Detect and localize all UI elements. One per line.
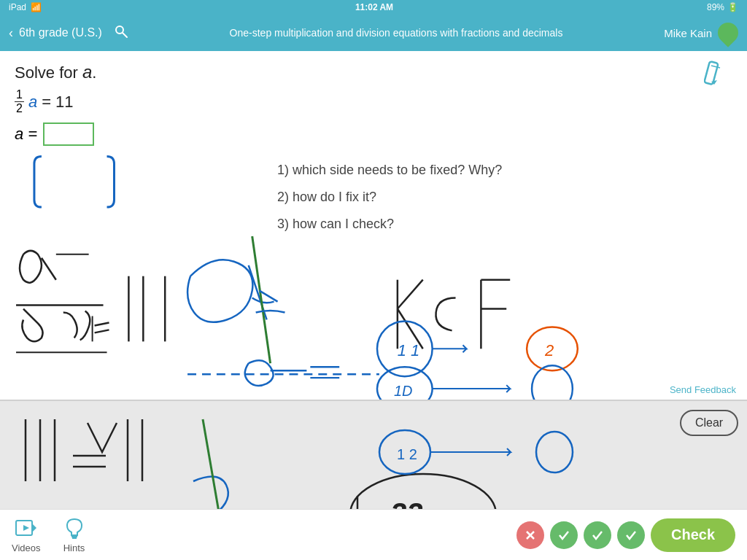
leaf-icon xyxy=(713,18,743,47)
svg-text:1 2: 1 2 xyxy=(397,446,417,462)
grade-label: 6th grade (U.S.) xyxy=(19,26,102,39)
wifi-icon: 📶 xyxy=(31,2,42,12)
problem-area: Solve for a. 1 2 a = 11 a = xyxy=(15,62,96,146)
fraction-numerator: 1 xyxy=(15,88,24,102)
hints-icon xyxy=(63,516,86,540)
fraction-denominator: 2 xyxy=(15,102,24,115)
svg-point-32 xyxy=(379,430,430,474)
solve-variable: a xyxy=(82,62,92,82)
question-2: 2) how do I fix it? xyxy=(277,187,502,207)
question-1: 1) which side needs to be fixed? Why? xyxy=(277,160,502,180)
svg-point-15 xyxy=(377,367,433,400)
bottom-tools: Videos Hints xyxy=(12,516,86,553)
videos-label: Videos xyxy=(12,542,41,553)
videos-icon xyxy=(15,516,38,540)
hints-label: Hints xyxy=(63,542,85,553)
nav-bar: ‹ 6th grade (U.S.) One-step multiplicati… xyxy=(0,15,747,51)
search-icon[interactable] xyxy=(114,24,128,42)
answer-box[interactable] xyxy=(43,122,94,146)
clear-button[interactable]: Clear xyxy=(680,410,738,436)
user-area: Mike Kain xyxy=(664,23,738,43)
status-right: 89% 🔋 xyxy=(707,2,738,12)
back-chevron-icon: ‹ xyxy=(9,26,13,41)
svg-line-1 xyxy=(123,33,127,37)
svg-point-13 xyxy=(377,321,433,376)
svg-point-34 xyxy=(536,432,573,472)
equation-variable: a xyxy=(28,93,37,112)
svg-line-4 xyxy=(711,66,720,68)
svg-line-8 xyxy=(252,236,271,363)
svg-text:1D: 1D xyxy=(394,383,412,399)
svg-marker-42 xyxy=(23,525,29,531)
check-button[interactable]: Check xyxy=(651,518,735,552)
battery-icon: 🔋 xyxy=(727,2,738,12)
check-circle-2 xyxy=(584,521,611,549)
check-circle-x xyxy=(516,521,544,549)
main-content: Solve for a. 1 2 a = 11 a = 1) which sid… xyxy=(0,51,747,509)
hints-tool[interactable]: Hints xyxy=(63,516,86,553)
eq-sign: = xyxy=(42,93,51,112)
eq-value: 11 xyxy=(55,93,73,112)
status-left: iPad 📶 xyxy=(9,2,42,12)
solve-prefix: Solve for xyxy=(15,63,82,82)
pencil-button[interactable] xyxy=(704,58,736,90)
send-feedback-link[interactable]: Send Feedback xyxy=(670,384,736,395)
questions-area: 1) which side needs to be fixed? Why? 2)… xyxy=(277,160,502,241)
equation-row: 1 2 a = 11 xyxy=(15,88,96,115)
status-bar: iPad 📶 11:02 AM 89% 🔋 xyxy=(0,0,747,15)
svg-point-17 xyxy=(527,327,578,370)
svg-point-19 xyxy=(532,365,573,400)
svg-text:1 1: 1 1 xyxy=(398,341,419,359)
upper-area: Solve for a. 1 2 a = 11 a = 1) which sid… xyxy=(0,51,747,401)
check-circle-3 xyxy=(617,521,645,549)
check-circle-1 xyxy=(550,521,578,549)
solve-text: Solve for a. xyxy=(15,62,96,82)
back-button[interactable]: ‹ 6th grade (U.S.) xyxy=(9,24,128,42)
check-area: Check xyxy=(516,518,735,552)
status-time: 11:02 AM xyxy=(355,2,393,12)
solve-suffix: . xyxy=(92,63,96,82)
ipad-label: iPad xyxy=(9,2,26,12)
fraction: 1 2 xyxy=(15,88,24,115)
bottom-bar: Videos Hints Check xyxy=(0,509,747,560)
videos-tool[interactable]: Videos xyxy=(12,516,41,553)
lesson-title: One-step multiplication and division equ… xyxy=(230,27,563,39)
battery-label: 89% xyxy=(707,2,724,12)
answer-var-label: a = xyxy=(15,125,37,144)
question-3: 3) how can I check? xyxy=(277,214,502,234)
user-name: Mike Kain xyxy=(664,27,712,39)
svg-text:2: 2 xyxy=(544,341,554,359)
answer-row: a = xyxy=(15,122,96,146)
svg-marker-41 xyxy=(32,524,36,532)
